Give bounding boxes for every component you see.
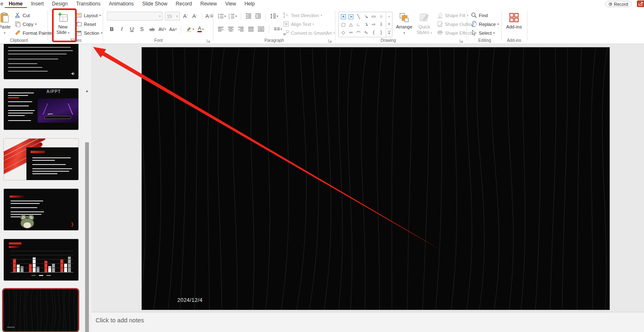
editing-group-label: Editing	[468, 38, 501, 43]
highlight-color-button[interactable]: ▾	[185, 25, 194, 33]
strikethrough-button[interactable]: ab	[148, 25, 156, 33]
numbering-button[interactable]: 123 ▾	[229, 12, 237, 20]
down-arrow-shape-icon[interactable]: ⇩	[379, 22, 383, 27]
section-button[interactable]: Section ▾	[75, 28, 102, 37]
convert-smartart-button[interactable]: Convert to SmartArt ▾	[283, 28, 335, 37]
current-slide-editing-surface[interactable]: 2024/12/4	[142, 47, 610, 310]
scrollbar-up-arrow[interactable]: ▲	[85, 89, 89, 93]
columns-button[interactable]: ▾	[273, 25, 282, 33]
slide-thumbnail-5[interactable]	[3, 239, 79, 281]
grow-font-button[interactable]: Aˆ	[182, 12, 189, 20]
quick-styles-button[interactable]: QuickStyles ▾	[415, 10, 434, 35]
font-size-combo[interactable]: 15 ▾	[165, 12, 180, 21]
slide-thumbnail-3[interactable]	[3, 138, 79, 180]
notes-placeholder[interactable]: Click to add notes	[96, 317, 144, 324]
slide4-next-arrow: ❭	[70, 221, 74, 227]
line-spacing-button[interactable]: ▾	[270, 12, 278, 20]
arrange-button[interactable]: Arrange▾	[395, 10, 414, 35]
tab-file[interactable]: e	[0, 0, 5, 8]
new-slide-icon	[57, 10, 68, 23]
italic-button[interactable]: I	[118, 25, 125, 33]
rounded-rectangle-shape-icon[interactable]: ▢	[341, 22, 345, 27]
record-button[interactable]: Record	[605, 1, 632, 7]
tab-help[interactable]: Help	[240, 0, 259, 8]
shrink-font-button[interactable]: Aˇ	[191, 12, 198, 20]
curve-shape-icon[interactable]: ∿	[364, 30, 368, 35]
tab-record[interactable]: Record	[171, 0, 196, 8]
format-painter-icon	[14, 30, 21, 36]
right-brace-shape-icon[interactable]: }	[380, 30, 382, 35]
align-right-button[interactable]	[237, 25, 244, 33]
font-dialog-launcher[interactable]	[207, 39, 210, 42]
arc-shape-icon[interactable]: ◠	[356, 30, 361, 35]
cut-icon	[14, 12, 21, 19]
line-arrow-shape-icon[interactable]: ↘	[364, 14, 368, 19]
rectangle-shape-icon[interactable]: ▭	[371, 14, 376, 19]
change-case-button[interactable]: Aa▾	[169, 25, 177, 33]
slide-date-text[interactable]: 2024/12/4	[177, 297, 203, 303]
line-shape-icon[interactable]: ╲	[357, 14, 360, 19]
bullets-button[interactable]: ▾	[217, 12, 226, 20]
chart-bar	[29, 264, 32, 272]
replace-button[interactable]: b Replace ▾	[470, 20, 499, 28]
font-size-value: 15	[167, 14, 172, 19]
text-box-icon[interactable]: A	[341, 14, 346, 19]
tab-slide-show[interactable]: Slide Show	[138, 0, 171, 8]
freeform-shape-icon[interactable]: ◇	[342, 30, 345, 35]
align-center-button[interactable]	[227, 25, 234, 33]
slide-thumbnail-4[interactable]: ❭	[3, 188, 79, 231]
shapes-scroll-down-button[interactable]: ▼	[386, 20, 392, 28]
share-button[interactable]	[637, 0, 644, 7]
text-direction-button[interactable]: A Text Direction ▾	[283, 11, 335, 20]
tab-animations[interactable]: Animations	[105, 0, 138, 8]
scribble-shape-icon[interactable]: ∾	[349, 30, 353, 35]
group-font: ▾ 15 ▾ Aˆ Aˇ A⌫ B I U S ab AV▾ Aa▾	[105, 8, 212, 44]
tab-design[interactable]: Design	[48, 0, 72, 8]
arrange-chevron-icon: ▾	[403, 31, 405, 34]
underline-button[interactable]: U	[128, 25, 135, 33]
notes-pane[interactable]: Click to add notes	[91, 312, 644, 332]
tab-insert[interactable]: Insert	[27, 0, 48, 8]
triangle-shape-icon[interactable]: △	[349, 22, 353, 27]
shapes-more-button[interactable]: ▼	[386, 28, 392, 37]
paste-button[interactable]: Paste▾	[0, 10, 13, 35]
distribute-button[interactable]	[257, 25, 265, 33]
decrease-indent-button[interactable]	[245, 12, 252, 20]
svg-text:b: b	[472, 21, 474, 25]
slide-thumbnail-1[interactable]	[3, 44, 79, 80]
vertical-text-box-icon[interactable]: A	[348, 14, 353, 19]
elbow-arrow-connector-icon[interactable]: ↴	[364, 22, 368, 27]
justify-button[interactable]	[247, 25, 254, 33]
thumbnails-scrollbar[interactable]: ▲	[85, 88, 89, 332]
align-text-button[interactable]: Align Text ▾	[283, 20, 335, 28]
bold-button[interactable]: B	[108, 25, 115, 33]
scrollbar-thumb[interactable]	[85, 142, 89, 332]
tab-view[interactable]: View	[221, 0, 240, 8]
drawing-dialog-launcher[interactable]	[460, 39, 463, 42]
text-shadow-button[interactable]: S	[138, 25, 145, 33]
right-arrow-shape-icon[interactable]: ⇨	[371, 22, 375, 27]
increase-indent-button[interactable]	[254, 12, 262, 20]
slide-thumbnail-6-selected[interactable]: 2024/12/4	[2, 288, 79, 332]
left-brace-shape-icon[interactable]: {	[373, 30, 374, 35]
character-spacing-button[interactable]: AV▾	[158, 25, 166, 33]
shapes-scroll-up-button[interactable]: ▲	[386, 12, 392, 20]
align-left-button[interactable]	[217, 25, 224, 33]
clear-formatting-button[interactable]: A⌫	[205, 12, 213, 20]
font-name-combo[interactable]: ▾	[107, 12, 163, 21]
tab-transitions[interactable]: Transitions	[72, 0, 104, 8]
oval-shape-icon[interactable]: ○	[380, 14, 383, 19]
tab-home[interactable]: Home	[5, 0, 27, 8]
font-color-button[interactable]: A ▾	[197, 25, 204, 33]
layout-button[interactable]: Layout ▾	[75, 11, 102, 20]
new-slide-button[interactable]: New Slide ▾	[54, 10, 72, 35]
group-editing: Find b Replace ▾ Select ▾ Editing	[468, 8, 501, 44]
find-button[interactable]: Find	[470, 11, 499, 20]
elbow-connector-icon[interactable]: ∟	[356, 22, 361, 27]
slide-thumbnail-2[interactable]: AiPPT AiPPT	[3, 88, 79, 130]
replace-label: Replace	[479, 22, 496, 27]
select-button[interactable]: Select ▾	[470, 28, 499, 37]
reset-button[interactable]: Reset	[75, 20, 102, 28]
addins-button[interactable]: Add-ins	[504, 10, 524, 30]
tab-review[interactable]: Review	[196, 0, 221, 8]
